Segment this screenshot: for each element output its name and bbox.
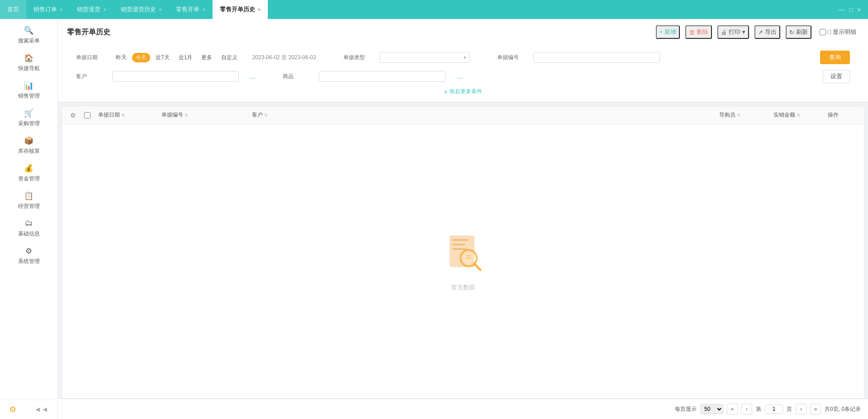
goods-dots[interactable]: ... <box>456 72 462 80</box>
page-header: 零售开单历史 + 新增 🗑 🗑 删除 删除 🖨 打印 ▾ ↗ 导出 <box>58 19 868 102</box>
select-all-checkbox[interactable] <box>84 112 90 118</box>
page-suffix: 页 <box>787 405 792 413</box>
window-min-btn[interactable]: — <box>839 6 845 13</box>
tab-home[interactable]: 首页 <box>0 0 26 19</box>
toolbar-buttons: + 新增 🗑 🗑 删除 删除 🖨 打印 ▾ ↗ 导出 <box>656 25 859 39</box>
sidebar-item-system-label: 系统管理 <box>18 258 40 265</box>
next-page-btn[interactable]: › <box>796 404 806 414</box>
basic-info-icon: 🗂 <box>24 218 34 228</box>
sidebar-item-purchase-mgmt-label: 采购管理 <box>18 120 40 127</box>
tab-sales-return-history[interactable]: 销货退货历史 × <box>114 0 169 19</box>
sidebar-bottom: ⚙ ◄◄ <box>0 400 57 419</box>
display-detail-toggle[interactable]: □ 显示明细 <box>817 26 859 38</box>
system-icon: ⚙ <box>24 246 34 256</box>
goods-filter-label: 商品 <box>283 73 310 80</box>
type-select[interactable] <box>379 52 470 63</box>
sort-icon-amount: ⇅ <box>797 113 800 118</box>
page-label: 第 <box>756 405 761 413</box>
sidebar-item-quick-nav-label: 快捷导航 <box>18 65 40 72</box>
tab-sales-return-history-label: 销货退货历史 <box>121 5 156 14</box>
tab-sales-return-history-close[interactable]: × <box>159 7 161 12</box>
collapse-bar[interactable]: ∧ 收起更多条件 <box>76 86 850 98</box>
total-info: 共0页, 0条记录 <box>825 405 861 413</box>
date-btn-yesterday[interactable]: 昨天 <box>112 53 130 62</box>
col-header-date[interactable]: 单据日期 ⇅ <box>95 111 158 119</box>
date-btn-more[interactable]: 更多 <box>198 53 216 62</box>
export-button[interactable]: ↗ 导出 <box>754 25 780 39</box>
tab-sales-return[interactable]: 销货退货 × <box>70 0 113 19</box>
tab-sales-order-label: 销售订单 <box>33 5 57 14</box>
col-header-number[interactable]: 单据编号 ⇅ <box>158 111 248 119</box>
prev-page-btn[interactable]: ‹ <box>741 404 752 414</box>
sidebar-item-finance[interactable]: 💰 资金管理 <box>0 159 57 186</box>
sidebar-item-search-label: 搜索采单 <box>18 37 40 45</box>
client-input[interactable] <box>112 71 239 82</box>
sidebar-settings-btn[interactable]: ⚙ <box>9 405 16 414</box>
date-btn-custom[interactable]: 自定义 <box>218 53 241 62</box>
purchase-icon: 🛒 <box>24 108 34 118</box>
display-detail-checkbox[interactable] <box>820 29 826 35</box>
main-layout: 🔍 搜索采单 🏠 快捷导航 📊 销售管理 🛒 采购管理 📦 库存核算 💰 资金管… <box>0 19 868 419</box>
print-button[interactable]: 🖨 打印 ▾ <box>717 25 749 39</box>
goods-input[interactable] <box>319 71 446 82</box>
window-close-btn[interactable]: × <box>857 6 861 13</box>
sidebar-item-operation-label: 经营管理 <box>18 202 40 210</box>
sidebar-item-sales-mgmt[interactable]: 📊 销售管理 <box>0 76 57 104</box>
table-select-all[interactable] <box>80 112 95 118</box>
tab-retail-open[interactable]: 零售开单 × <box>169 0 212 19</box>
window-max-btn[interactable]: □ <box>849 6 853 13</box>
sidebar-item-quick-nav[interactable]: 🏠 快捷导航 <box>0 48 57 76</box>
sidebar-item-purchase-mgmt[interactable]: 🛒 采购管理 <box>0 104 57 131</box>
filter-section: 单据日期 昨天 今天 近7天 近1月 更多 自定义 2023-06-02 至 2… <box>67 44 859 102</box>
sidebar: 🔍 搜索采单 🏠 快捷导航 📊 销售管理 🛒 采购管理 📦 库存核算 💰 资金管… <box>0 19 58 419</box>
sidebar-item-basic-info[interactable]: 🗂 基础信息 <box>0 214 57 241</box>
add-button[interactable]: + 新增 <box>656 25 680 39</box>
page-input[interactable] <box>765 405 783 414</box>
svg-rect-2 <box>452 244 465 245</box>
per-page-label: 每页显示 <box>675 405 697 413</box>
refresh-button[interactable]: ↻ 刷新 <box>786 25 811 39</box>
sidebar-item-search[interactable]: 🔍 搜索采单 <box>0 21 57 48</box>
col-header-guide[interactable]: 导购员 ⇅ <box>716 111 770 119</box>
delete-button[interactable]: 🗑 🗑 删除 删除 <box>685 25 712 39</box>
sidebar-item-operation[interactable]: 📋 经营管理 <box>0 186 57 214</box>
date-btn-7days[interactable]: 近7天 <box>152 53 173 62</box>
date-filter-buttons: 昨天 今天 近7天 近1月 更多 自定义 <box>112 53 241 62</box>
sidebar-collapse-btn[interactable]: ◄◄ <box>34 405 48 414</box>
sidebar-item-inventory[interactable]: 📦 库存核算 <box>0 131 57 159</box>
display-detail-label: □ 显示明细 <box>828 28 856 36</box>
tab-list: 首页 销售订单 × 销货退货 × 销货退货历史 × 零售开单 × 零售开单历史 … <box>0 0 839 19</box>
page-title: 零售开单历史 <box>67 28 110 37</box>
last-page-btn[interactable]: » <box>810 404 821 414</box>
sidebar-item-basic-info-label: 基础信息 <box>18 230 40 238</box>
date-btn-today[interactable]: 今天 <box>132 53 150 62</box>
tab-sales-return-close[interactable]: × <box>103 7 106 12</box>
client-dots[interactable]: ... <box>250 72 256 80</box>
tab-retail-open-history-close[interactable]: × <box>258 7 261 12</box>
col-header-amount[interactable]: 实销金额 ⇅ <box>770 111 824 119</box>
per-page-select[interactable]: 50 10 20 100 <box>700 404 723 414</box>
tab-retail-open-history[interactable]: 零售开单历史 × <box>213 0 268 19</box>
inventory-icon: 📦 <box>24 136 34 146</box>
first-page-btn[interactable]: « <box>727 404 738 414</box>
tab-retail-open-label: 零售开单 <box>176 5 199 14</box>
sidebar-item-finance-label: 资金管理 <box>18 175 40 183</box>
tab-sales-order[interactable]: 销售订单 × <box>26 0 70 19</box>
query-button[interactable]: 查询 <box>820 51 850 64</box>
date-btn-1month[interactable]: 近1月 <box>175 53 196 62</box>
col-header-client[interactable]: 客户 ⇅ <box>248 111 716 119</box>
refresh-icon: ↻ <box>789 29 794 36</box>
type-filter-label: 单据类型 <box>343 54 370 61</box>
tab-sales-order-close[interactable]: × <box>60 7 62 12</box>
svg-line-6 <box>474 264 480 270</box>
table-settings-icon[interactable]: ⚙ <box>66 112 80 119</box>
settings-button[interactable]: 设置 <box>823 70 850 83</box>
number-input[interactable] <box>533 52 660 63</box>
sidebar-item-inventory-label: 库存核算 <box>18 147 40 155</box>
sort-icon-guide: ⇅ <box>737 113 740 118</box>
sidebar-item-system[interactable]: ⚙ 系统管理 <box>0 241 57 269</box>
empty-text: 暂无数据 <box>451 283 475 292</box>
client-filter-label: 客户 <box>76 73 103 80</box>
tab-retail-open-close[interactable]: × <box>202 7 205 12</box>
print-icon: 🖨 <box>721 29 727 36</box>
